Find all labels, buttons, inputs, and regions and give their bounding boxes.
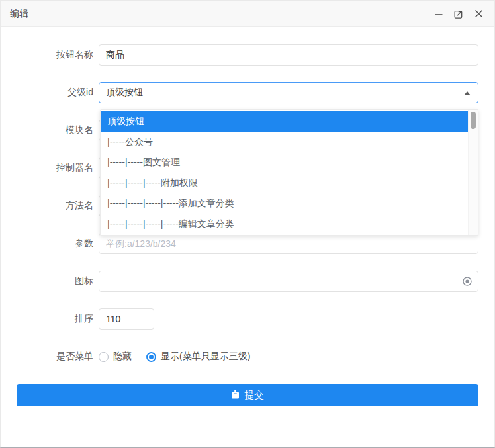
minimize-button[interactable] xyxy=(433,9,444,19)
dropdown-option[interactable]: |-----|-----图文管理 xyxy=(101,152,468,173)
parent-id-select[interactable]: 顶级按钮 xyxy=(99,82,478,103)
dropdown-option[interactable]: |-----公众号 xyxy=(101,132,468,152)
row-is-menu: 是否菜单 隐藏 显示(菜单只显示三级) xyxy=(1,346,250,367)
controller-label: 控制器名 xyxy=(1,162,93,174)
is-menu-radio-group: 隐藏 显示(菜单只显示三级) xyxy=(99,351,250,363)
icon-label: 图标 xyxy=(1,275,93,287)
icon-input[interactable] xyxy=(99,271,478,292)
button-name-input[interactable] xyxy=(99,44,478,66)
dropdown-scrollbar-thumb[interactable] xyxy=(471,112,476,129)
row-sort: 排序 xyxy=(1,308,154,330)
dialog-title: 编辑 xyxy=(10,8,28,20)
dropdown-option[interactable]: |-----|-----|-----|-----添加文章分类 xyxy=(101,193,468,214)
chevron-up-icon xyxy=(464,91,471,95)
close-button[interactable] xyxy=(473,9,484,19)
radio-unchecked-icon xyxy=(99,352,109,362)
module-label: 模块名 xyxy=(1,124,93,136)
submit-icon xyxy=(231,390,240,401)
maximize-icon xyxy=(454,9,463,19)
dropdown-option[interactable]: |-----|-----|-----附加权限 xyxy=(101,173,468,193)
submit-button[interactable]: 提交 xyxy=(17,384,478,406)
dropdown-option[interactable]: |-----|-----|-----|-----编辑文章分类 xyxy=(101,214,468,234)
radio-hide-label: 隐藏 xyxy=(113,351,132,363)
radio-show[interactable]: 显示(菜单只显示三级) xyxy=(146,351,250,363)
sort-label: 排序 xyxy=(1,313,93,325)
params-label: 参数 xyxy=(1,238,93,249)
window-controls xyxy=(433,9,494,19)
parent-id-selected-value: 顶级按钮 xyxy=(106,87,143,99)
params-input[interactable] xyxy=(99,233,478,254)
close-icon xyxy=(474,9,483,18)
dot-circle-icon[interactable] xyxy=(462,276,472,289)
submit-label: 提交 xyxy=(244,389,264,402)
radio-show-label: 显示(菜单只显示三级) xyxy=(161,351,250,363)
button-name-label: 按钮名称 xyxy=(1,49,93,61)
parent-id-dropdown-panel: 顶级按钮 |-----公众号 |-----|-----图文管理 |-----|-… xyxy=(100,109,478,236)
radio-checked-icon xyxy=(146,352,156,362)
parent-id-label: 父级id xyxy=(1,87,93,99)
dropdown-scrollbar xyxy=(468,110,478,235)
row-parent-id: 父级id 顶级按钮 xyxy=(1,82,478,103)
minimize-icon xyxy=(434,9,443,19)
dropdown-option[interactable]: 顶级按钮 xyxy=(101,111,468,132)
sort-input[interactable] xyxy=(99,308,154,330)
row-params: 参数 xyxy=(1,233,478,254)
radio-hide[interactable]: 隐藏 xyxy=(99,351,132,363)
row-icon: 图标 xyxy=(1,271,478,292)
maximize-button[interactable] xyxy=(453,9,464,19)
titlebar: 编辑 xyxy=(1,1,494,27)
method-label: 方法名 xyxy=(1,200,93,212)
edit-dialog-window: 编辑 xyxy=(0,0,495,448)
row-button-name: 按钮名称 xyxy=(1,44,478,66)
is-menu-label: 是否菜单 xyxy=(1,351,93,363)
